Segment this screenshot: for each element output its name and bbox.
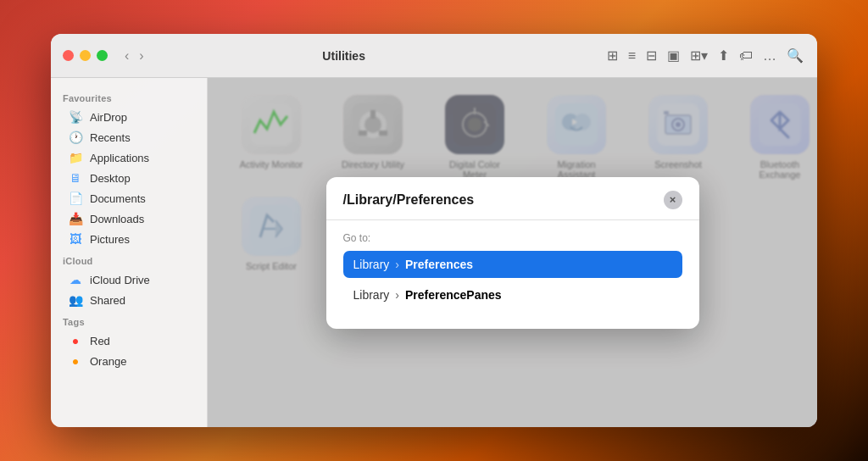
minimize-button[interactable] bbox=[80, 50, 91, 61]
sidebar-item-shared[interactable]: 👥 Shared bbox=[56, 290, 202, 310]
recents-label: Recents bbox=[90, 131, 131, 144]
red-tag-icon: ● bbox=[68, 334, 83, 347]
desktop-label: Desktop bbox=[90, 172, 131, 185]
applications-icon: 📁 bbox=[68, 151, 83, 164]
tag-icon[interactable]: 🏷 bbox=[737, 47, 754, 65]
sidebar-item-desktop[interactable]: 🖥 Desktop bbox=[56, 168, 202, 188]
content-area: Favourites 📡 AirDrop 🕐 Recents 📁 Applica… bbox=[51, 78, 817, 427]
sidebar-item-downloads[interactable]: 📥 Downloads bbox=[56, 208, 202, 229]
tags-section-title: Tags bbox=[51, 310, 207, 330]
documents-icon: 📄 bbox=[68, 192, 83, 205]
red-label: Red bbox=[90, 335, 110, 347]
path-separator-2: › bbox=[395, 288, 399, 302]
modal-body: Go to: Library › Preferences Library › P… bbox=[326, 220, 699, 329]
column-view-icon[interactable]: ⊟ bbox=[644, 46, 659, 65]
modal-overlay: /Library/Preferences × Go to: Library › … bbox=[208, 78, 817, 427]
modal-close-button[interactable]: × bbox=[664, 191, 682, 209]
desktop-icon: 🖥 bbox=[68, 171, 83, 185]
more-icon[interactable]: … bbox=[761, 47, 778, 65]
orange-label: Orange bbox=[90, 355, 126, 368]
sidebar-item-orange[interactable]: ● Orange bbox=[56, 351, 202, 371]
grid-view-icon[interactable]: ⊞ bbox=[605, 46, 620, 65]
suggestion-path-library-2: Library bbox=[353, 288, 390, 302]
icloud-drive-label: iCloud Drive bbox=[90, 274, 150, 286]
applications-label: Applications bbox=[90, 152, 149, 164]
sidebar-item-icloud-drive[interactable]: ☁ iCloud Drive bbox=[56, 269, 202, 290]
suggestion-path-preferences: Preferences bbox=[405, 258, 473, 271]
pictures-icon: 🖼 bbox=[68, 232, 83, 246]
goto-label: Go to: bbox=[343, 232, 682, 244]
share-icon[interactable]: ⬆ bbox=[716, 46, 731, 65]
documents-label: Documents bbox=[90, 192, 146, 205]
suggestion-path-library-1: Library bbox=[353, 258, 390, 271]
file-area: Activity Monitor Directory Utility bbox=[208, 78, 817, 427]
sidebar-item-recents[interactable]: 🕐 Recents bbox=[56, 127, 202, 147]
goto-modal: /Library/Preferences × Go to: Library › … bbox=[326, 177, 699, 329]
close-button[interactable] bbox=[63, 50, 74, 61]
group-icon[interactable]: ⊞▾ bbox=[688, 46, 709, 65]
toolbar: ‹ › Utilities ⊞ ≡ ⊟ ▣ ⊞▾ ⬆ 🏷 … 🔍 bbox=[51, 34, 817, 78]
sidebar-item-documents[interactable]: 📄 Documents bbox=[56, 188, 202, 208]
sidebar-item-airdrop[interactable]: 📡 AirDrop bbox=[56, 107, 202, 127]
downloads-icon: 📥 bbox=[68, 212, 83, 225]
suggestion-path-preferencepanes: PreferencePanes bbox=[405, 288, 502, 302]
modal-title: /Library/Preferences bbox=[343, 192, 475, 208]
toolbar-icons: ⊞ ≡ ⊟ ▣ ⊞▾ ⬆ 🏷 … 🔍 bbox=[605, 46, 805, 65]
window-title: Utilities bbox=[92, 49, 597, 63]
sidebar: Favourites 📡 AirDrop 🕐 Recents 📁 Applica… bbox=[51, 78, 208, 427]
sidebar-item-red[interactable]: ● Red bbox=[56, 330, 202, 351]
search-icon[interactable]: 🔍 bbox=[785, 46, 805, 65]
suggestion-library-preferences[interactable]: Library › Preferences bbox=[343, 251, 682, 278]
cover-view-icon[interactable]: ▣ bbox=[665, 46, 682, 65]
suggestion-library-preferencepanes[interactable]: Library › PreferencePanes bbox=[343, 281, 682, 308]
downloads-label: Downloads bbox=[90, 213, 144, 225]
sidebar-item-pictures[interactable]: 🖼 Pictures bbox=[56, 229, 202, 249]
shared-label: Shared bbox=[90, 294, 125, 307]
list-view-icon[interactable]: ≡ bbox=[626, 47, 637, 65]
airdrop-label: AirDrop bbox=[90, 111, 127, 124]
sidebar-item-applications[interactable]: 📁 Applications bbox=[56, 147, 202, 168]
icloud-drive-icon: ☁ bbox=[68, 273, 83, 286]
path-separator-1: › bbox=[395, 258, 399, 271]
orange-tag-icon: ● bbox=[68, 354, 83, 368]
airdrop-icon: 📡 bbox=[68, 110, 83, 124]
icloud-section-title: iCloud bbox=[51, 249, 207, 269]
pictures-label: Pictures bbox=[90, 233, 130, 246]
favourites-section-title: Favourites bbox=[51, 86, 207, 107]
modal-title-bar: /Library/Preferences × bbox=[326, 177, 699, 220]
finder-window: ‹ › Utilities ⊞ ≡ ⊟ ▣ ⊞▾ ⬆ 🏷 … 🔍 Favouri… bbox=[51, 34, 817, 427]
recents-icon: 🕐 bbox=[68, 131, 83, 144]
shared-icon: 👥 bbox=[68, 293, 83, 307]
